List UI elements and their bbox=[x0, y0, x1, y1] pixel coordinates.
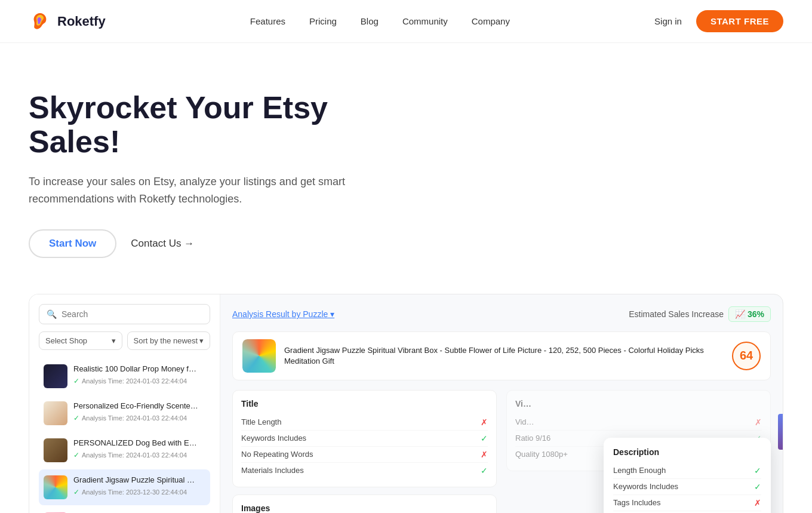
search-icon: 🔍 bbox=[47, 309, 57, 319]
check-icon: ✓ bbox=[73, 414, 79, 422]
no-repeating-row: No Repeating Words ✗ bbox=[241, 447, 488, 463]
sort-dropdown[interactable]: Sort by the newest ▾ bbox=[127, 331, 211, 350]
listing-info: PERSONALIZED Dog Bed with Ethnic Dog… ✓ … bbox=[73, 438, 205, 459]
video-row: Vid… ✗ bbox=[515, 414, 762, 431]
nav-blog[interactable]: Blog bbox=[361, 16, 379, 26]
listing-info: Personalized Eco-Friendly Scented Candle… bbox=[73, 401, 205, 422]
title-length-row: Title Length ✗ bbox=[241, 414, 488, 431]
nav-links: Features Pricing Blog Community Company bbox=[250, 16, 510, 26]
materials-includes-row: Materials Includes ✓ bbox=[241, 463, 488, 478]
desc-tags-icon: ✗ bbox=[754, 498, 761, 508]
left-panel: 🔍 Select Shop ▾ Sort by the newest ▾ Rea… bbox=[29, 294, 220, 513]
check-icon: ✓ bbox=[73, 377, 79, 385]
desc-length-icon: ✓ bbox=[754, 466, 761, 475]
listing-item[interactable]: Personalized Eco-Friendly Scented Candle… bbox=[39, 395, 210, 431]
brand-name: Roketfy bbox=[57, 14, 106, 29]
listing-thumb bbox=[44, 401, 67, 425]
listing-thumb bbox=[44, 475, 67, 499]
analysis-header: Analysis Result by Puzzle ▾ Estimated Sa… bbox=[232, 306, 771, 322]
desc-length-row: Length Enough ✓ bbox=[613, 463, 761, 479]
chevron-down-icon-2: ▾ bbox=[199, 336, 204, 345]
by-puzzle-link[interactable]: by Puzzle ▾ bbox=[292, 309, 335, 319]
product-card: Gradient Jigsaw Puzzle Spiritual Vibrant… bbox=[232, 331, 771, 380]
no-repeating-label: No Repeating Words bbox=[241, 450, 313, 459]
listing-item[interactable]: Valentine Day Plush Toys Animals, Love T… bbox=[39, 506, 210, 513]
no-repeating-icon: ✗ bbox=[481, 450, 488, 459]
search-bar: 🔍 bbox=[39, 304, 210, 324]
desc-tags-label: Tags Includes bbox=[613, 498, 661, 507]
images-section-heading: Images bbox=[241, 503, 488, 513]
chevron-down-icon: ▾ bbox=[112, 336, 116, 345]
sign-in-button[interactable]: Sign in bbox=[654, 16, 682, 26]
listing-thumb bbox=[44, 438, 67, 462]
title-length-label: Title Length bbox=[241, 417, 281, 426]
listing-thumb bbox=[44, 364, 67, 388]
gradient-bar-right bbox=[778, 414, 783, 450]
description-popup: Description Length Enough ✓ Keywords Inc… bbox=[604, 438, 771, 513]
nav-features[interactable]: Features bbox=[250, 16, 285, 26]
listing-time: ✓ Analysis Time: 2024-01-03 22:44:04 bbox=[73, 451, 205, 459]
materials-includes-icon: ✓ bbox=[481, 466, 488, 475]
hero-subtitle: To increase your sales on Etsy, analyze … bbox=[29, 173, 375, 208]
sales-increase: Estimated Sales Increase 📈 36% bbox=[629, 306, 771, 322]
hero-title: Skyrocket Your Etsy Sales! bbox=[29, 91, 425, 159]
keywords-includes-label: Keywords Includes bbox=[241, 434, 306, 443]
listing-time: ✓ Analysis Time: 2024-01-03 22:44:04 bbox=[73, 414, 205, 422]
nav-company[interactable]: Company bbox=[472, 16, 510, 26]
product-title: Gradient Jigsaw Puzzle Spiritual Vibrant… bbox=[284, 345, 724, 367]
keywords-includes-row: Keywords Includes ✓ bbox=[241, 431, 488, 447]
desc-tags-row: Tags Includes ✗ bbox=[613, 495, 761, 511]
description-popup-title: Description bbox=[613, 447, 761, 457]
listing-item[interactable]: PERSONALIZED Dog Bed with Ethnic Dog… ✓ … bbox=[39, 432, 210, 468]
dashboard-preview: 🔍 Select Shop ▾ Sort by the newest ▾ Rea… bbox=[29, 294, 783, 513]
quality-label: Quality 1080p+ bbox=[515, 450, 568, 459]
start-now-button[interactable]: Start Now bbox=[29, 229, 116, 258]
video-icon: ✗ bbox=[755, 417, 762, 427]
check-icon: ✓ bbox=[73, 488, 79, 496]
select-shop-dropdown[interactable]: Select Shop ▾ bbox=[39, 331, 122, 350]
listing-item[interactable]: Gradient Jigsaw Puzzle Spiritual Vibrant… bbox=[39, 469, 210, 505]
listing-time: ✓ Analysis Time: 2023-12-30 22:44:04 bbox=[73, 488, 205, 496]
listing-title: PERSONALIZED Dog Bed with Ethnic Dog… bbox=[73, 438, 199, 449]
title-section-col: Title Title Length ✗ Keywords Includes ✓… bbox=[232, 390, 497, 513]
keywords-includes-icon: ✓ bbox=[481, 434, 488, 443]
hero-cta: Start Now Contact Us → bbox=[29, 229, 425, 258]
analysis-result-text: Analysis Result bbox=[232, 309, 292, 319]
analysis-label: Analysis Result by Puzzle ▾ bbox=[232, 309, 334, 319]
title-section-box: Title Title Length ✗ Keywords Includes ✓… bbox=[232, 390, 497, 487]
hero-section: Skyrocket Your Etsy Sales! To increase y… bbox=[0, 43, 454, 282]
select-shop-label: Select Shop bbox=[45, 336, 87, 345]
listing-info: Gradient Jigsaw Puzzle Spiritual Vibrant… bbox=[73, 475, 205, 496]
nav-pricing[interactable]: Pricing bbox=[309, 16, 337, 26]
search-input[interactable] bbox=[61, 309, 202, 319]
listings-container: Realistic 100 Dollar Prop Money for Part… bbox=[39, 358, 210, 513]
nav-actions: Sign in START FREE bbox=[654, 10, 783, 32]
listing-time: ✓ Analysis Time: 2024-01-03 22:44:04 bbox=[73, 377, 205, 385]
desc-keywords-icon: ✓ bbox=[754, 482, 761, 492]
product-thumbnail bbox=[242, 339, 276, 373]
increase-badge: 📈 36% bbox=[728, 306, 771, 322]
estimated-sales-label: Estimated Sales Increase bbox=[629, 309, 724, 319]
product-thumb-gradient bbox=[242, 339, 276, 373]
logo[interactable]: Roketfy bbox=[29, 10, 106, 33]
listing-info: Realistic 100 Dollar Prop Money for Part… bbox=[73, 364, 205, 385]
check-icon: ✓ bbox=[73, 451, 79, 459]
materials-includes-label: Materials Includes bbox=[241, 466, 304, 475]
title-length-icon: ✗ bbox=[481, 417, 488, 427]
contact-us-link[interactable]: Contact Us → bbox=[131, 238, 194, 250]
desc-length-label: Length Enough bbox=[613, 466, 666, 475]
start-free-button[interactable]: START FREE bbox=[696, 10, 783, 32]
navbar: Roketfy Features Pricing Blog Community … bbox=[0, 0, 812, 43]
video-section-heading: Vi… bbox=[515, 399, 762, 408]
sort-label: Sort by the newest bbox=[134, 336, 198, 345]
video-label: Vid… bbox=[515, 417, 534, 426]
trending-up-icon: 📈 bbox=[735, 309, 745, 319]
desc-keywords-row: Keywords Includes ✓ bbox=[613, 479, 761, 495]
desc-keywords-label: Keywords Includes bbox=[613, 482, 678, 491]
listing-title: Realistic 100 Dollar Prop Money for Part… bbox=[73, 364, 199, 374]
nav-community[interactable]: Community bbox=[402, 16, 448, 26]
listing-title: Personalized Eco-Friendly Scented Candle… bbox=[73, 401, 199, 411]
listing-item[interactable]: Realistic 100 Dollar Prop Money for Part… bbox=[39, 358, 210, 394]
images-section-box: Images 5+ Images ✗ High Resolution ✓ Alt… bbox=[232, 494, 497, 513]
filter-row: Select Shop ▾ Sort by the newest ▾ bbox=[39, 331, 210, 350]
